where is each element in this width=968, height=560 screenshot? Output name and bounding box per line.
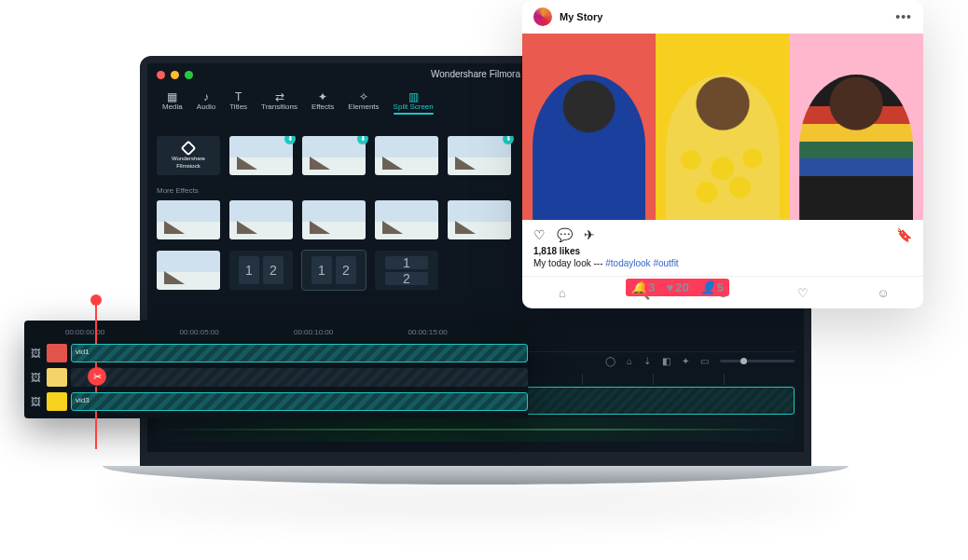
laptop-base — [103, 466, 849, 485]
track-row[interactable]: 🖼 vid3 — [24, 390, 528, 413]
tab-label: Transitions — [261, 102, 297, 111]
tab-audio[interactable]: ♪Audio — [191, 89, 221, 116]
post-username[interactable]: My Story — [560, 11, 602, 22]
clip[interactable]: vid1 — [71, 344, 528, 362]
close-icon[interactable] — [157, 71, 165, 79]
ruler-mark: 00:00:10:00 — [294, 328, 408, 336]
flowers-graphic — [670, 134, 777, 220]
tool-button[interactable]: ✦ — [682, 356, 689, 366]
top-tabbar: ▦Media ♪Audio TTitles ⇄Transitions ✦Effe… — [157, 89, 439, 116]
like-button[interactable]: ♡ — [533, 227, 546, 242]
marker-button[interactable]: ⌂ — [627, 356, 632, 366]
pill-like: ♥20 — [661, 279, 695, 296]
tab-effects[interactable]: ✦Effects — [306, 89, 339, 116]
profile-tab[interactable]: ☺ — [843, 277, 923, 308]
asset-thumb[interactable] — [157, 200, 220, 239]
titles-icon: T — [235, 91, 242, 102]
tab-label: Effects — [311, 102, 334, 111]
tab-transitions[interactable]: ⇄Transitions — [256, 89, 303, 116]
asset-thumb[interactable] — [157, 251, 220, 290]
home-tab[interactable]: ⌂ — [522, 277, 602, 308]
float-ruler: 00:00:00:00 00:00:05:00 00:00:10:00 00:0… — [24, 328, 528, 340]
layout-cell: 1 — [239, 256, 259, 284]
layout-cell: 2 — [336, 256, 356, 284]
post-bottom-tabs: ⌂ 🔍 ⊕ ♡ ☺ 🔔3 ♥20 👤5 — [522, 276, 923, 308]
tab-label: Titles — [229, 102, 247, 111]
elements-icon: ✧ — [359, 91, 368, 102]
tab-label: Audio — [197, 102, 215, 111]
record-button[interactable]: ◯ — [605, 356, 615, 366]
pill-notif: 🔔3 — [626, 279, 660, 296]
layout-1x2[interactable]: 1 2 — [229, 251, 293, 290]
tab-media[interactable]: ▦Media — [157, 89, 188, 116]
asset-thumb[interactable] — [229, 136, 293, 175]
render-button[interactable]: ⇣ — [643, 356, 651, 366]
tab-elements[interactable]: ✧Elements — [342, 89, 384, 116]
clip[interactable] — [71, 368, 528, 387]
post-image-panel — [522, 34, 656, 220]
clip-label: vid1 — [76, 348, 90, 356]
maximize-icon[interactable] — [185, 71, 193, 79]
clip[interactable]: vid3 — [71, 392, 528, 411]
ruler-mark: 00:00:15:00 — [408, 328, 523, 336]
layout-cell: 2 — [385, 272, 428, 285]
layout-2x1[interactable]: 1 2 — [375, 251, 438, 290]
asset-thumb[interactable] — [229, 200, 293, 239]
video-track-icon: 🖼 — [24, 396, 47, 407]
effects-icon: ✦ — [318, 91, 327, 102]
post-image[interactable] — [522, 34, 923, 220]
share-button[interactable]: ✈ — [584, 227, 595, 242]
zoom-slider[interactable] — [720, 360, 795, 362]
audio-lane[interactable] — [157, 417, 795, 442]
scissors-icon[interactable]: ✂ — [88, 367, 106, 386]
filmstock-tile[interactable]: Wondershare Filmstock — [157, 136, 220, 175]
more-options-icon[interactable]: ••• — [895, 9, 912, 24]
audio-icon: ♪ — [203, 91, 209, 102]
comment-button[interactable]: 💬 — [557, 227, 573, 242]
view-button[interactable]: ▭ — [700, 356, 709, 366]
asset-thumb[interactable] — [448, 200, 511, 239]
tab-label: Media — [162, 102, 183, 111]
ruler-mark: 00:00:05:00 — [180, 328, 295, 336]
track-thumb — [47, 368, 67, 387]
ruler-mark: 00:00:00:00 — [65, 328, 180, 336]
asset-thumb[interactable] — [302, 136, 366, 175]
caption-tags[interactable]: #todaylook #outfit — [605, 258, 678, 268]
pill-follow: 👤5 — [695, 279, 729, 296]
layout-cell: 2 — [263, 256, 283, 284]
track-row[interactable]: 🖼 vid1 — [24, 342, 528, 364]
likes-count: 1,818 likes — [522, 246, 923, 256]
person-silhouette — [532, 75, 646, 220]
asset-thumb[interactable] — [448, 136, 511, 175]
minimize-icon[interactable] — [171, 71, 179, 79]
layout-cell: 1 — [385, 256, 428, 269]
tab-splitscreen[interactable]: ▥Split Screen — [388, 89, 439, 116]
filmstock-line1: Wondershare — [172, 156, 205, 161]
media-icon: ▦ — [167, 91, 177, 102]
bookmark-button[interactable]: 🔖 — [896, 227, 912, 242]
track-thumb — [47, 392, 67, 411]
window-controls — [157, 71, 193, 79]
mixer-button[interactable]: ◧ — [662, 356, 671, 366]
social-post-card: My Story ••• ♡ 💬 ✈ 🔖 1,818 likes My toda… — [522, 0, 923, 308]
splitscreen-icon: ▥ — [408, 91, 419, 102]
avatar[interactable] — [533, 7, 552, 26]
activity-pill: 🔔3 ♥20 👤5 — [626, 271, 729, 303]
app-title: Wondershare Filmora — [431, 69, 520, 79]
asset-thumb[interactable] — [375, 136, 438, 175]
layout-1x2-selected[interactable]: 1 2 — [302, 251, 366, 290]
video-track-icon: 🖼 — [24, 348, 47, 359]
asset-thumb[interactable] — [375, 200, 438, 239]
post-image-panel — [790, 34, 923, 220]
tab-label: Split Screen — [394, 102, 434, 111]
laptop-notch — [438, 56, 513, 63]
tab-label: Elements — [348, 102, 379, 111]
asset-thumb[interactable] — [302, 200, 366, 239]
tab-titles[interactable]: TTitles — [224, 89, 253, 116]
video-track-icon: 🖼 — [24, 372, 47, 383]
person-silhouette — [799, 75, 913, 220]
activity-tab[interactable]: ♡ — [763, 277, 843, 308]
track-thumb — [47, 344, 67, 362]
post-header: My Story ••• — [522, 0, 923, 34]
filmstock-line2: Filmstock — [176, 163, 200, 169]
